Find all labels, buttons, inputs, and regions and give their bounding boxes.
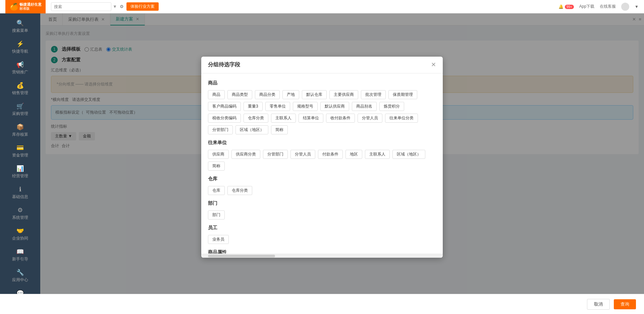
sidebar-label-quicknav: 快捷导航 (12, 49, 28, 54)
sidebar-item-finance[interactable]: 💳 资金管理 (0, 141, 40, 162)
modal-header: 分组待选字段 ✕ (201, 57, 443, 73)
sidebar-label-finance: 资金管理 (12, 152, 28, 158)
sidebar-label-apps: 应用中心 (12, 277, 28, 283)
logo-icon: 🍊 (10, 3, 18, 11)
field-tag[interactable]: 仓库 (208, 186, 225, 195)
field-tag[interactable]: 默认仓库 (302, 90, 327, 99)
field-tags-warehouse: 仓库 仓库分类 (208, 186, 436, 195)
field-tag[interactable]: 批次管理 (361, 90, 386, 99)
collab-icon: 🤝 (16, 227, 24, 235)
field-tag[interactable]: 业务员 (208, 235, 229, 244)
confirm-button[interactable]: 查询 (614, 299, 636, 309)
sidebar-item-marketing[interactable]: 📢 营销推广 (0, 58, 40, 78)
field-tag[interactable]: 保质期管理 (388, 90, 417, 99)
field-tag[interactable]: 主要供应商 (329, 90, 358, 99)
field-tag[interactable]: 收付款条件 (326, 114, 355, 123)
field-tag[interactable]: 区域（地区） (392, 150, 425, 159)
field-tag[interactable]: 简称 (271, 125, 288, 134)
logo-text: 畅捷通好生意 (19, 2, 42, 7)
modal-close-button[interactable]: ✕ (431, 62, 436, 68)
field-tags-partner: 供应商 供应商分类 分管部门 分管人员 付款条件 地区 主联系人 区域（地区） … (208, 150, 436, 171)
field-tag[interactable]: 产地 (282, 90, 299, 99)
experience-btn[interactable]: 体验行业方案 (126, 2, 159, 11)
field-tag[interactable]: 简称 (208, 162, 225, 171)
basics-icon: ℹ (19, 186, 21, 193)
field-tag[interactable]: 往来单位分类 (385, 114, 418, 123)
modal-horizontal-scrollbar[interactable] (201, 254, 443, 258)
search-input[interactable] (51, 2, 111, 11)
field-tags-staff: 业务员 (208, 235, 436, 244)
field-tag[interactable]: 零售单位 (265, 102, 290, 111)
field-tag[interactable]: 税收分类编码 (208, 114, 241, 123)
sidebar: 🔍 搜索菜单 ⚡ 快捷导航 📢 营销推广 💰 销售管理 🛒 采购管理 📦 库存核… (0, 13, 40, 314)
user-menu-arrow[interactable]: ▼ (635, 4, 639, 9)
sidebar-label-operations: 经营管理 (12, 173, 28, 179)
sidebar-item-inventory[interactable]: 📦 库存核算 (0, 120, 40, 141)
field-tag[interactable]: 部门 (208, 210, 225, 219)
notification-area[interactable]: 🔔 99+ (558, 4, 574, 9)
app-download-link[interactable]: App下载 (579, 4, 594, 9)
sales-icon: 💰 (16, 82, 24, 89)
field-tag[interactable]: 区域（地区） (235, 125, 268, 134)
hscroll-thumb[interactable] (208, 255, 275, 257)
field-tag[interactable]: 分管部门 (263, 150, 288, 159)
field-tag[interactable]: 仓库分类 (244, 114, 268, 123)
sidebar-item-operations[interactable]: 📊 经营管理 (0, 162, 40, 182)
top-bar: 🍊 畅捷通好生意 标准版 ▼ ⚙ 体验行业方案 🔔 99+ App下载 在线客服… (0, 0, 644, 13)
field-tag[interactable]: 主联系人 (365, 150, 390, 159)
field-tags-dept: 部门 (208, 210, 436, 219)
field-tag[interactable]: 付款条件 (318, 150, 343, 159)
sidebar-item-quicknav[interactable]: ⚡ 快捷导航 (0, 37, 40, 58)
sidebar-label-system: 系统管理 (12, 215, 28, 221)
section-title-dept: 部门 (208, 200, 436, 206)
field-tag[interactable]: 商品类型 (227, 90, 252, 99)
sidebar-label-search: 搜索菜单 (12, 28, 28, 34)
section-title-partner: 往来单位 (208, 140, 436, 146)
section-title-goods: 商品 (208, 80, 436, 86)
sidebar-label-collab: 企业协同 (12, 236, 28, 241)
user-avatar[interactable] (621, 3, 629, 11)
apps-icon: 🔧 (16, 269, 24, 276)
logo-sub: 标准版 (19, 7, 42, 11)
sidebar-item-basics[interactable]: ℹ 基础信息 (0, 182, 40, 203)
field-tag[interactable]: 供应商 (208, 150, 229, 159)
footer-bar: 取消 查询 (0, 294, 644, 314)
sidebar-label-sales: 销售管理 (12, 90, 28, 96)
field-tag[interactable]: 分管人员 (358, 114, 382, 123)
field-tag[interactable]: 地区 (345, 150, 362, 159)
sidebar-item-collab[interactable]: 🤝 企业协同 (0, 224, 40, 245)
purchase-icon: 🛒 (16, 103, 24, 110)
cancel-button[interactable]: 取消 (587, 299, 610, 310)
search-menu-icon: 🔍 (16, 19, 24, 27)
field-tag[interactable]: 供应商分类 (231, 150, 260, 159)
top-bar-right: 🔔 99+ App下载 在线客服 ▼ (558, 3, 639, 11)
field-tag[interactable]: 默认供应商 (320, 102, 349, 111)
field-tag[interactable]: 结算单位 (299, 114, 323, 123)
field-tag[interactable]: 分管部门 (208, 125, 233, 134)
field-tag[interactable]: 仓库分类 (227, 186, 252, 195)
finance-icon: 💳 (16, 144, 24, 151)
field-tag[interactable]: 商品分类 (255, 90, 280, 99)
field-tag[interactable]: 商品 (208, 90, 225, 99)
top-search-area: ▼ ⚙ 体验行业方案 (51, 2, 558, 11)
field-tag[interactable]: 客户商品编码 (208, 102, 241, 111)
field-tag[interactable]: 商品别名 (352, 102, 377, 111)
quicknav-icon: ⚡ (16, 40, 24, 48)
sidebar-item-guide[interactable]: 📖 新手引导 (0, 245, 40, 265)
dropdown-arrow-icon[interactable]: ▼ (113, 4, 117, 9)
app-logo: 🍊 畅捷通好生意 标准版 (5, 0, 46, 13)
sidebar-item-purchase[interactable]: 🛒 采购管理 (0, 99, 40, 120)
sidebar-item-system[interactable]: ⚙ 系统管理 (0, 203, 40, 224)
field-tag[interactable]: 重量3 (244, 102, 263, 111)
inventory-icon: 📦 (16, 123, 24, 131)
online-support-link[interactable]: 在线客服 (600, 4, 616, 9)
sidebar-item-search[interactable]: 🔍 搜索菜单 (0, 16, 40, 37)
field-tag[interactable]: 规格型号 (293, 102, 318, 111)
field-tag[interactable]: 主联系人 (271, 114, 296, 123)
field-tag[interactable]: 分管人员 (290, 150, 315, 159)
sidebar-item-apps[interactable]: 🔧 应用中心 (0, 265, 40, 286)
field-tag[interactable]: 炼货积分 (379, 102, 404, 111)
sidebar-item-sales[interactable]: 💰 销售管理 (0, 78, 40, 99)
settings-icon[interactable]: ⚙ (120, 4, 124, 9)
notification-badge: 99+ (565, 5, 574, 9)
